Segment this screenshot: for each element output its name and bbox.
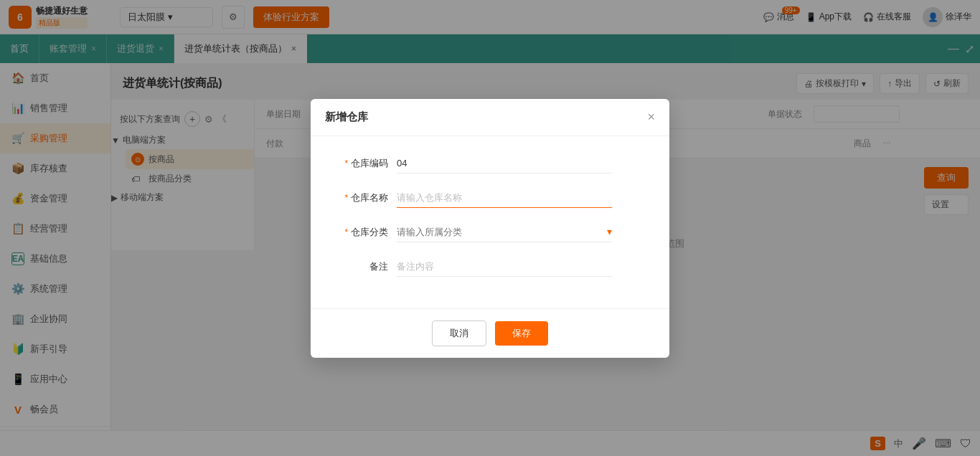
code-input[interactable]	[397, 153, 612, 174]
note-input[interactable]	[397, 257, 612, 277]
modal-body: 仓库编码 仓库名称 仓库分类 ▾ 备注	[311, 136, 669, 308]
modal-overlay[interactable]: 新增仓库 × 仓库编码 仓库名称 仓库分类 ▾	[0, 0, 980, 456]
form-row-name: 仓库名称	[339, 188, 641, 208]
save-button[interactable]: 保存	[495, 321, 548, 346]
select-arrow-icon: ▾	[607, 226, 612, 237]
add-warehouse-modal: 新增仓库 × 仓库编码 仓库名称 仓库分类 ▾	[311, 99, 669, 358]
name-input[interactable]	[397, 188, 612, 208]
cancel-button[interactable]: 取消	[432, 320, 486, 346]
modal-footer: 取消 保存	[311, 308, 669, 358]
category-select[interactable]: ▾	[397, 222, 612, 242]
category-label: 仓库分类	[339, 226, 397, 239]
category-input[interactable]	[397, 222, 607, 242]
modal-title: 新增仓库	[325, 110, 368, 124]
form-row-category: 仓库分类 ▾	[339, 222, 641, 242]
code-label: 仓库编码	[339, 157, 397, 170]
form-row-code: 仓库编码	[339, 153, 641, 174]
name-label: 仓库名称	[339, 191, 397, 204]
form-row-note: 备注	[339, 257, 641, 277]
note-label: 备注	[339, 260, 397, 273]
modal-header: 新增仓库 ×	[311, 99, 669, 136]
modal-close-btn[interactable]: ×	[647, 110, 655, 123]
